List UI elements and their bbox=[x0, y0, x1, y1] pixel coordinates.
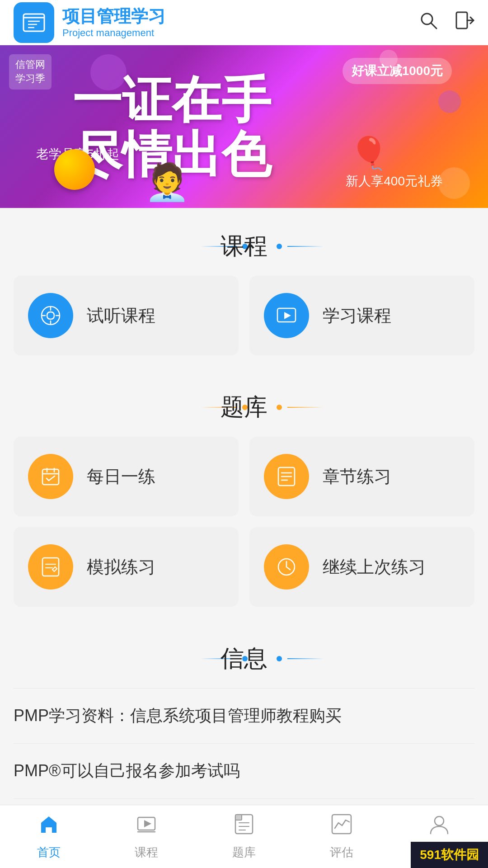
svg-rect-7 bbox=[456, 12, 467, 28]
svg-rect-24 bbox=[42, 558, 59, 576]
header-left: 项目管理学习 Project management bbox=[14, 2, 165, 43]
questions-section-title-wrap: 题库 bbox=[0, 369, 488, 437]
mock-practice-label: 模拟练习 bbox=[87, 556, 155, 579]
watermark: 591软件园 bbox=[411, 842, 488, 868]
daily-practice-icon bbox=[28, 454, 73, 499]
continue-practice-label: 继续上次练习 bbox=[323, 556, 426, 579]
svg-rect-36 bbox=[332, 815, 351, 834]
nav-course[interactable]: 课程 bbox=[98, 805, 195, 868]
app-icon bbox=[14, 2, 54, 43]
app-title-block: 项目管理学习 Project management bbox=[62, 6, 165, 39]
svg-marker-29 bbox=[144, 820, 151, 827]
info-line-right bbox=[287, 658, 324, 659]
nav-evaluation-label: 评估 bbox=[330, 844, 353, 860]
questions-grid-inner: 每日一练 章节练习 bbox=[14, 437, 474, 607]
course-section-title-wrap: 课程 bbox=[0, 208, 488, 276]
study-course-label: 学习课程 bbox=[323, 304, 391, 327]
svg-rect-0 bbox=[23, 14, 44, 31]
nav-evaluation-icon bbox=[330, 813, 353, 841]
svg-point-37 bbox=[435, 816, 444, 826]
mock-practice-icon bbox=[28, 544, 73, 590]
trial-course-icon bbox=[28, 293, 73, 338]
chapter-practice-label: 章节练习 bbox=[323, 465, 391, 488]
chapter-practice-card[interactable]: 章节练习 bbox=[249, 437, 474, 516]
nav-mine-icon bbox=[428, 813, 450, 841]
header: 项目管理学习 Project management bbox=[0, 0, 488, 45]
chapter-practice-icon bbox=[264, 454, 309, 499]
search-icon[interactable] bbox=[418, 10, 438, 35]
header-right bbox=[418, 10, 474, 35]
app-title-main: 项目管理学习 bbox=[62, 6, 165, 27]
banner-promo1: 好课立减1000元 bbox=[343, 58, 452, 84]
svg-rect-16 bbox=[42, 469, 59, 485]
app-title-sub: Project management bbox=[62, 27, 165, 39]
course-grid: 试听课程 学习课程 bbox=[0, 276, 488, 369]
continue-practice-card[interactable]: 继续上次练习 bbox=[249, 527, 474, 607]
banner-ball bbox=[54, 149, 95, 190]
course-grid-inner: 试听课程 学习课程 bbox=[14, 276, 474, 355]
svg-marker-15 bbox=[284, 312, 291, 319]
course-dot-right bbox=[277, 244, 282, 249]
questions-grid: 每日一练 章节练习 bbox=[0, 437, 488, 620]
info-section-title: 信息 bbox=[221, 643, 267, 675]
main-content: 信管网 学习季 一证在手 尽情出色 好课立减1000元 老学员享5折起 新人享4… bbox=[0, 45, 488, 868]
course-section-title: 课程 bbox=[221, 231, 267, 262]
q-line-right bbox=[287, 407, 324, 408]
questions-section-title: 题库 bbox=[221, 392, 267, 423]
trial-course-label: 试听课程 bbox=[87, 304, 155, 327]
info-dot-right bbox=[277, 656, 282, 661]
info-section-title-wrap: 信息 bbox=[0, 620, 488, 688]
daily-practice-card[interactable]: 每日一练 bbox=[14, 437, 239, 516]
banner-promo3: 新人享400元礼券 bbox=[346, 173, 443, 190]
nav-questions-label: 题库 bbox=[232, 844, 256, 860]
logout-icon[interactable] bbox=[455, 10, 474, 35]
nav-course-icon bbox=[135, 813, 158, 841]
nav-evaluation[interactable]: 评估 bbox=[293, 805, 390, 868]
banner-balloon: 🎈 bbox=[349, 135, 389, 172]
q-dot-right bbox=[277, 405, 282, 410]
banner-label: 信管网 学习季 bbox=[9, 54, 52, 90]
svg-line-6 bbox=[431, 23, 436, 28]
nav-course-label: 课程 bbox=[135, 844, 158, 860]
info-item-1[interactable]: PMP学习资料：信息系统项目管理师教程购买 bbox=[14, 688, 474, 744]
banner-figure: 🧑‍💼 bbox=[145, 161, 190, 203]
continue-practice-icon bbox=[264, 544, 309, 590]
study-course-card[interactable]: 学习课程 bbox=[249, 276, 474, 355]
trial-course-card[interactable]: 试听课程 bbox=[14, 276, 239, 355]
nav-home-label: 首页 bbox=[37, 844, 61, 860]
nav-questions[interactable]: 题库 bbox=[195, 805, 293, 868]
home-icon bbox=[38, 813, 60, 841]
info-item-2[interactable]: PMP®可以自己报名参加考试吗 bbox=[14, 744, 474, 799]
nav-home[interactable]: 首页 bbox=[0, 805, 98, 868]
course-line-right bbox=[287, 246, 324, 247]
banner[interactable]: 信管网 学习季 一证在手 尽情出色 好课立减1000元 老学员享5折起 新人享4… bbox=[0, 45, 488, 208]
study-course-icon bbox=[264, 293, 309, 338]
daily-practice-label: 每日一练 bbox=[87, 465, 155, 488]
mock-practice-card[interactable]: 模拟练习 bbox=[14, 527, 239, 607]
nav-questions-icon bbox=[233, 813, 255, 841]
svg-rect-32 bbox=[235, 815, 242, 820]
